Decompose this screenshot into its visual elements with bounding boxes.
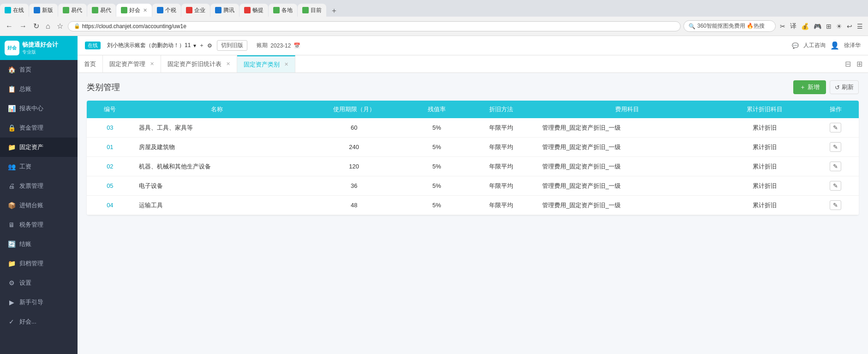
browser-tab-tengxun[interactable]: 腾讯 [210, 4, 239, 17]
tab-label-yidai2: 易代 [100, 6, 111, 14]
table-header: 编号 名称 使用期限（月） 残值率 折旧方法 费用科目 累计折旧科目 操作 [87, 101, 859, 118]
sidebar-item-fixed-assets[interactable]: 📁 固定资产 [0, 138, 78, 157]
minimize-content-button[interactable]: ⊟ [843, 59, 853, 69]
sidebar-item-inventory[interactable]: 📦 进销台账 [0, 196, 78, 215]
sidebar-item-invoice[interactable]: 🖨 发票管理 [0, 176, 78, 196]
cell-method-2: 年限平均 [466, 157, 537, 176]
browser-tab-muqian[interactable]: 目前 [298, 4, 326, 17]
address-bar[interactable]: 🔒 https://cloud.chanjet.com/accounting/u… [68, 21, 681, 31]
tab-label-yidai1: 易代 [71, 6, 82, 14]
maximize-content-button[interactable]: ⊞ [855, 59, 864, 69]
browser-tab-geshui[interactable]: 个税 [152, 4, 181, 17]
browser-tab-haohui[interactable]: 好会 ✕ [116, 4, 152, 17]
sidebar-item-archive[interactable]: 📁 归档管理 [0, 254, 78, 273]
cell-code-0[interactable]: 03 [87, 118, 133, 138]
edit-button-4[interactable]: ✎ [830, 200, 841, 210]
content-tab-depreciation[interactable]: 固定资产折旧统计表 ✕ [161, 55, 237, 72]
sidebar-item-payroll[interactable]: 👥 工资 [0, 157, 78, 176]
cell-action-4: ✎ [812, 196, 859, 215]
browser-tab-changte[interactable]: 畅提 [239, 4, 268, 17]
settings-small-icon[interactable]: ⚙ [207, 42, 212, 49]
cell-method-4: 年限平均 [466, 196, 537, 215]
period-info: 账期 2023-12 📅 [257, 42, 300, 49]
add-account-icon[interactable]: ＋ [199, 42, 204, 49]
home-button[interactable]: ⌂ [44, 21, 52, 31]
user-avatar-icon: 👤 [830, 41, 839, 50]
cell-residual-1: 5% [407, 138, 466, 157]
reload-button[interactable]: ↻ [31, 21, 41, 31]
edit-button-1[interactable]: ✎ [830, 142, 841, 152]
sidebar-item-home[interactable]: 🏠 首页 [0, 60, 78, 79]
cell-expense-4: 管理费用_固定资产折旧_一级 [537, 196, 718, 215]
browser-tab-qiye[interactable]: 企业 [181, 4, 210, 17]
content-tab-home[interactable]: 首页 [78, 55, 103, 72]
sidebar-item-settings[interactable]: ⚙ 设置 [0, 273, 78, 293]
cell-depreciation-2: 累计折旧 [718, 157, 812, 176]
bookmark-button[interactable]: ☆ [55, 21, 65, 31]
sidebar-label-checkout: 结账 [19, 240, 31, 248]
close-tab-fixed-mgmt[interactable]: ✕ [150, 61, 154, 67]
browser-tab-close-haohui[interactable]: ✕ [143, 7, 147, 13]
wallet-tool[interactable]: 💰 [800, 22, 810, 31]
content-tabs: 首页 固定资产管理 ✕ 固定资产折旧统计表 ✕ 固定资产类别 ✕ ⊟ ⊞ [78, 55, 868, 73]
add-category-button[interactable]: ＋ 新增 [793, 80, 826, 94]
edit-button-0[interactable]: ✎ [830, 123, 841, 132]
cell-depreciation-4: 累计折旧 [718, 196, 812, 215]
sidebar-label-more: 好会... [19, 318, 36, 326]
browser-tab-yidai2[interactable]: 易代 [87, 4, 116, 17]
refresh-label: 刷新 [842, 83, 854, 91]
sidebar-item-checkout[interactable]: 🔄 结账 [0, 234, 78, 254]
sidebar-item-guide[interactable]: ▶ 新手引导 [0, 293, 78, 312]
browser-tab-gedi[interactable]: 各地 [269, 4, 297, 17]
undo-tool[interactable]: ↩ [845, 22, 854, 31]
header-buttons: ＋ 新增 ↺ 刷新 [793, 80, 859, 94]
scissors-tool[interactable]: ✂ [778, 22, 787, 31]
browser-search-bar[interactable]: 🔍 360智能抠图免费用 🔥热搜 [683, 20, 776, 32]
edit-button-2[interactable]: ✎ [830, 162, 841, 171]
content-tab-fixed-mgmt[interactable]: 固定资产管理 ✕ [103, 55, 161, 72]
sun-tool[interactable]: ☀ [835, 22, 844, 31]
back-button[interactable]: ← [4, 21, 15, 31]
cell-name-4: 运输工具 [133, 196, 301, 215]
sidebar-logo[interactable]: 好会 畅捷通好会计 专业版 [0, 36, 78, 60]
forward-button[interactable]: → [18, 21, 29, 31]
cell-code-2[interactable]: 02 [87, 157, 133, 176]
sidebar-label-home: 首页 [19, 66, 31, 74]
table-row: 04运输工具485%年限平均管理费用_固定资产折旧_一级累计折旧✎ [87, 196, 859, 215]
app-top-bar: 在线 刘小艳演示账套（勿删勿动！）11 ▾ ＋ ⚙ 切到旧版 账期 2023-1… [78, 36, 868, 55]
grid-tool[interactable]: ⊞ [825, 22, 833, 31]
switch-old-version-button[interactable]: 切到旧版 [217, 40, 247, 51]
close-tab-depreciation[interactable]: ✕ [226, 61, 230, 67]
cell-name-3: 电子设备 [133, 176, 301, 196]
browser-tab-online[interactable]: 在线 [0, 4, 29, 17]
calendar-icon[interactable]: 📅 [293, 42, 300, 49]
dropdown-arrow-icon[interactable]: ▾ [193, 42, 196, 49]
sidebar-item-more[interactable]: ✓ 好会... [0, 312, 78, 331]
cell-code-3[interactable]: 05 [87, 176, 133, 196]
page-header: 类别管理 ＋ 新增 ↺ 刷新 [87, 80, 859, 94]
close-tab-category[interactable]: ✕ [284, 61, 288, 67]
edit-button-3[interactable]: ✎ [830, 181, 841, 191]
content-tab-category[interactable]: 固定资产类别 ✕ [237, 55, 295, 72]
translate-tool[interactable]: 译 [789, 21, 798, 31]
sidebar-item-funds[interactable]: 🔒 资金管理 [0, 118, 78, 138]
payroll-icon: 👥 [7, 163, 16, 170]
sidebar-item-ledger[interactable]: 📋 总账 [0, 79, 78, 99]
cell-code-1[interactable]: 01 [87, 138, 133, 157]
sidebar-item-reports[interactable]: 📊 报表中心 [0, 99, 78, 118]
menu-tool[interactable]: ☰ [856, 22, 864, 31]
right-actions: 💬 人工咨询 👤 徐泽华 [792, 41, 861, 50]
sidebar-item-tax[interactable]: 🖥 税务管理 [0, 215, 78, 234]
browser-tab-new[interactable]: 新版 [29, 4, 58, 17]
tab-label-new: 新版 [42, 6, 53, 14]
cell-code-4[interactable]: 04 [87, 196, 133, 215]
sidebar-label-payroll: 工资 [19, 162, 31, 171]
game-tool[interactable]: 🎮 [812, 22, 823, 31]
search-placeholder-text: 360智能抠图免费用 🔥热搜 [697, 22, 765, 30]
refresh-button[interactable]: ↺ 刷新 [830, 80, 859, 94]
tab-label-gedi: 各地 [281, 6, 293, 14]
col-header-residual: 残值率 [407, 101, 466, 118]
browser-tab-yidai1[interactable]: 易代 [58, 4, 87, 17]
new-tab-button[interactable]: ＋ [329, 5, 340, 17]
col-header-period: 使用期限（月） [300, 101, 407, 118]
